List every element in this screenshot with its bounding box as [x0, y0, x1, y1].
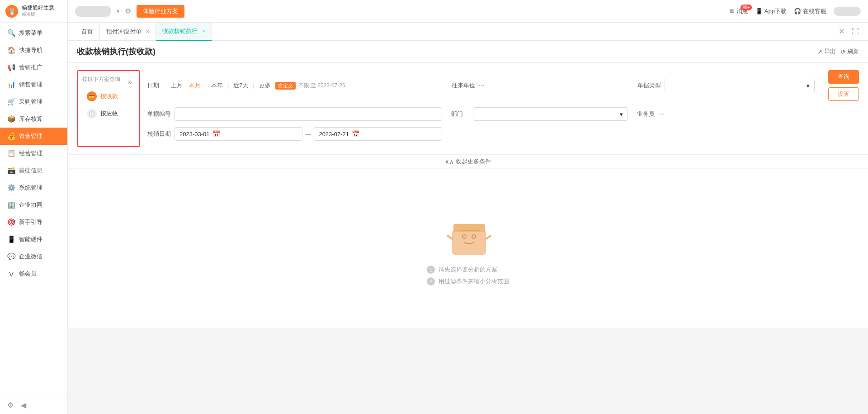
chevron-down-icon: ▾ [807, 82, 810, 89]
date-7days[interactable]: 近7天 [231, 81, 250, 90]
tab-home[interactable]: 首页 [75, 23, 100, 41]
refresh-icon: ↺ [840, 48, 845, 55]
date-options: 上月 本月 | 本年 | 近7天 | 更多 自定义 不限 至 2023-07-2… [169, 81, 345, 90]
collapse-filter-btn[interactable]: » [125, 78, 135, 86]
verification-date-range: 2023-03-01 📅 — 2023-07-21 📅 [175, 127, 442, 141]
page-content: 收款核销执行(按收款) ↗ 导出 ↺ 刷新 按以下方案查询 » [68, 41, 868, 414]
online-service-button[interactable]: 🎧 在线客服 [794, 7, 826, 15]
svg-rect-2 [459, 230, 479, 231]
export-icon: ↗ [817, 48, 822, 55]
sidebar-item-wechat[interactable]: 💬 企业微信 [0, 248, 67, 265]
sidebar-item-label: 库存核算 [19, 115, 42, 123]
sidebar-item-shortcut[interactable]: 🏠 快捷导航 [0, 42, 67, 59]
department-label: 部门 [451, 110, 469, 118]
tabs-bar: 首页 预付冲应付单 × 收款核销执行 × ✕ ⛶ [68, 23, 868, 41]
sidebar-nav: 🔍 搜索菜单 🏠 快捷导航 📢 营销推广 📊 销售管理 🛒 采购管理 📦 库存核… [0, 23, 67, 396]
sidebar-item-purchase[interactable]: 🛒 采购管理 [0, 93, 67, 110]
collapse-more-label: 收起更多条件 [456, 157, 491, 166]
sidebar-item-label: 系统管理 [19, 184, 42, 192]
sidebar-item-search[interactable]: 🔍 搜索菜单 [0, 24, 67, 42]
empty-svg [445, 209, 495, 259]
gear-icon: ⚙️ [7, 184, 15, 192]
staff-more-btn[interactable]: ··· [659, 110, 665, 118]
filter-by-receipt[interactable]: 💳 按收款 [82, 88, 135, 105]
sidebar-item-label: 新手引导 [19, 218, 42, 226]
sidebar-item-guide[interactable]: 🎯 新手引导 [0, 214, 67, 231]
partner-more-btn[interactable]: ··· [479, 81, 485, 90]
verification-date-end-input[interactable]: 2023-07-21 📅 [314, 127, 442, 141]
sidebar-item-label: 快捷导航 [19, 46, 42, 54]
tab-prepaid[interactable]: 预付冲应付单 × [100, 23, 156, 41]
staff-field: 业务员 ··· [637, 110, 814, 118]
filter-row-2: 单据编号 部门 ▾ 业务员 ··· [147, 107, 859, 121]
sidebar-item-system[interactable]: ⚙️ 系统管理 [0, 179, 67, 196]
sidebar-item-enterprise[interactable]: 🏢 企业协同 [0, 196, 67, 214]
sidebar-item-basic[interactable]: 🗃️ 基础信息 [0, 162, 67, 179]
industry-solution-button[interactable]: 体验行业方案 [137, 5, 184, 18]
target-icon: 🎯 [7, 218, 15, 226]
query-button[interactable]: 查询 [828, 70, 859, 84]
date-last-month[interactable]: 上月 [169, 81, 184, 90]
tabs-controls: ✕ ⛶ [837, 25, 861, 38]
filter-panel-title: 按以下方案查询 [82, 76, 120, 83]
voucher-type-select[interactable]: ▾ [665, 79, 815, 92]
filter-area: 按以下方案查询 » 💳 按收款 🕐 按应收 日期 [68, 63, 868, 154]
chat-icon: 💬 [7, 252, 15, 261]
chevron-down-icon[interactable]: ▾ [117, 8, 119, 14]
sidebar-item-hardware[interactable]: 📱 智能硬件 [0, 231, 67, 248]
calendar-start-icon: 📅 [212, 130, 220, 138]
topbar-username [834, 7, 861, 16]
collapse-sidebar-icon[interactable]: ◀ [21, 401, 26, 409]
sidebar-item-sales[interactable]: 📊 销售管理 [0, 76, 67, 93]
settings-button[interactable]: 设置 [828, 87, 859, 101]
tab-receipt[interactable]: 收款核销执行 × [156, 23, 212, 41]
sidebar-item-label: 销售管理 [19, 81, 42, 89]
sidebar-item-inventory[interactable]: 📦 库存核算 [0, 110, 67, 128]
refresh-button[interactable]: ↺ 刷新 [840, 48, 859, 56]
megaphone-icon: 📢 [7, 63, 15, 71]
sidebar-item-business[interactable]: 📋 经营管理 [0, 145, 67, 162]
messages-button[interactable]: ✉ 消息 99+ [730, 7, 748, 15]
sidebar-item-marketing[interactable]: 📢 营销推广 [0, 59, 67, 76]
sidebar-item-label: 营销推广 [19, 63, 42, 71]
sidebar-item-label: 畅会员 [19, 270, 37, 278]
voucher-no-input[interactable] [175, 107, 442, 121]
sidebar-item-member[interactable]: V 畅会员 [0, 265, 67, 282]
close-tab-button[interactable]: ✕ [837, 25, 846, 38]
settings-footer-icon[interactable]: ⚙ [7, 401, 14, 409]
maximize-tab-button[interactable]: ⛶ [850, 26, 861, 38]
empty-hint-1: 1 请先选择要分析的方案 [427, 264, 509, 276]
date-more[interactable]: 更多 [257, 81, 273, 90]
svg-line-5 [448, 236, 452, 239]
voucher-no-field: 单据编号 [147, 107, 442, 121]
receipt-option-icon: 💳 [87, 91, 97, 101]
sidebar-item-label: 企业协同 [19, 201, 42, 209]
end-date-value: 2023-07-21 [319, 131, 349, 138]
sidebar: 🐰 畅捷通好生意 标准版 🔍 搜索菜单 🏠 快捷导航 📢 营销推广 📊 销售管理… [0, 0, 68, 414]
tab-close-receipt[interactable]: × [202, 28, 205, 34]
user-avatar-placeholder [75, 6, 111, 17]
receivable-option-icon: 🕐 [87, 109, 97, 119]
tab-close-prepaid[interactable]: × [146, 29, 149, 35]
messages-badge: 99+ [741, 5, 752, 10]
settings-icon[interactable]: ⚙ [125, 7, 131, 15]
cart-icon: 🛒 [7, 98, 15, 106]
sidebar-item-label: 企业微信 [19, 252, 42, 261]
page-header-actions: ↗ 导出 ↺ 刷新 [817, 48, 859, 61]
department-select[interactable]: ▾ [473, 107, 628, 121]
mobile-icon: 📱 [755, 8, 763, 14]
partner-field: 往来单位 ··· [452, 81, 629, 90]
sidebar-item-label: 经营管理 [19, 149, 42, 157]
collapse-more-bar[interactable]: ∧∧ 收起更多条件 [68, 154, 868, 168]
chevron-down-icon: ▾ [620, 111, 623, 118]
sidebar-item-finance[interactable]: 💰 资金管理 [0, 128, 67, 145]
date-this-year[interactable]: 本年 [209, 81, 225, 90]
filter-by-receivable[interactable]: 🕐 按应收 [82, 105, 135, 122]
export-button[interactable]: ↗ 导出 [817, 48, 836, 56]
message-icon: ✉ [730, 8, 735, 14]
sidebar-footer: ⚙ ◀ [0, 396, 67, 414]
app-download-button[interactable]: 📱 App下载 [755, 7, 787, 15]
custom-date-tag[interactable]: 自定义 [275, 82, 296, 90]
date-this-month[interactable]: 本月 [187, 81, 203, 90]
verification-date-start-input[interactable]: 2023-03-01 📅 [175, 127, 302, 141]
